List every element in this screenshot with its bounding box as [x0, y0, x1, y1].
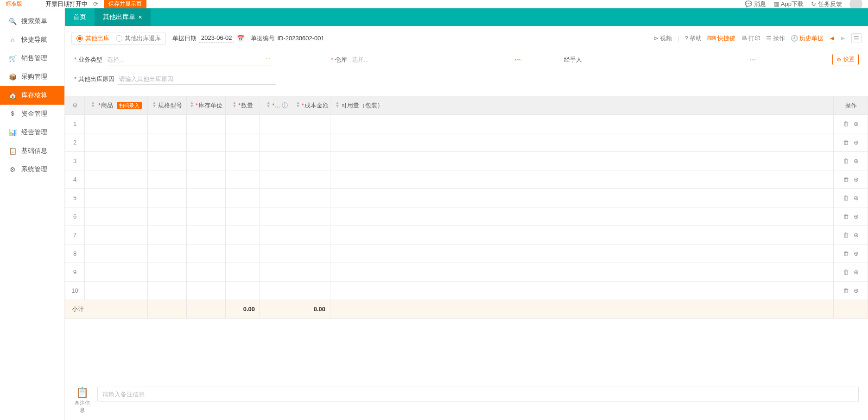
cell-unit[interactable]	[187, 170, 226, 189]
cell-cost[interactable]	[294, 170, 330, 189]
add-row-button[interactable]: ⊕	[854, 232, 859, 238]
delete-row-button[interactable]: 🗑	[843, 213, 849, 220]
cell-qty[interactable]	[226, 263, 260, 282]
sidebar-item-search[interactable]: 🔍 搜索菜单	[0, 12, 64, 31]
col-product[interactable]: ▲▼ *商品 扫码录入	[85, 96, 148, 115]
cell-ellipsis[interactable]	[260, 152, 294, 170]
tool-operate[interactable]: ☰操作	[766, 34, 785, 43]
tool-help[interactable]: ?帮助	[685, 34, 702, 43]
delete-row-button[interactable]: 🗑	[843, 120, 849, 127]
radio-other-outbound-return[interactable]: 其他出库退库	[116, 34, 161, 43]
tool-shortcut[interactable]: ⌨快捷键	[707, 34, 735, 43]
cell-product[interactable]	[85, 263, 148, 282]
delete-row-button[interactable]: 🗑	[843, 176, 849, 183]
radio-other-outbound[interactable]: 其他出库	[76, 34, 109, 43]
cell-cost[interactable]	[294, 282, 330, 300]
table-row[interactable]: 7🗑⊕	[65, 226, 868, 244]
remarks-input[interactable]	[97, 387, 859, 402]
cell-spec[interactable]	[148, 170, 187, 189]
cell-cost[interactable]	[294, 189, 330, 207]
add-row-button[interactable]: ⊕	[854, 176, 859, 183]
cell-ellipsis[interactable]	[260, 170, 294, 189]
cell-unit[interactable]	[187, 263, 226, 282]
calendar-icon[interactable]: 📅	[237, 35, 244, 42]
cycle-icon[interactable]: ⟳	[93, 0, 98, 7]
top-msg[interactable]: 💬消息	[745, 0, 766, 8]
table-row[interactable]: 8🗑⊕	[65, 244, 868, 263]
cell-unit[interactable]	[187, 152, 226, 170]
cell-spec[interactable]	[148, 263, 187, 282]
cell-avail[interactable]	[330, 133, 834, 152]
cell-cost[interactable]	[294, 152, 330, 170]
tool-print[interactable]: 🖶打印	[741, 34, 760, 43]
cell-ellipsis[interactable]	[260, 226, 294, 244]
col-ellipsis[interactable]: ▲▼*... ⓘ	[260, 96, 294, 115]
cell-spec[interactable]	[148, 207, 187, 226]
cell-cost[interactable]	[294, 115, 330, 133]
cell-avail[interactable]	[330, 152, 834, 170]
cell-product[interactable]	[85, 170, 148, 189]
cell-qty[interactable]	[226, 170, 260, 189]
cell-ellipsis[interactable]	[260, 207, 294, 226]
cell-qty[interactable]	[226, 133, 260, 152]
cell-unit[interactable]	[187, 244, 226, 263]
table-row[interactable]: 3🗑⊕	[65, 152, 868, 170]
cell-ellipsis[interactable]	[260, 115, 294, 133]
cell-ellipsis[interactable]	[260, 263, 294, 282]
table-row[interactable]: 9🗑⊕	[65, 263, 868, 282]
col-qty[interactable]: ▲▼*数量	[226, 96, 260, 115]
cell-cost[interactable]	[294, 133, 330, 152]
table-row[interactable]: 2🗑⊕	[65, 133, 868, 152]
cell-cost[interactable]	[294, 263, 330, 282]
sidebar-item-purchase[interactable]: 📦 采购管理	[0, 68, 64, 86]
cell-product[interactable]	[85, 115, 148, 133]
cell-spec[interactable]	[148, 282, 187, 300]
cell-avail[interactable]	[330, 226, 834, 244]
tool-history[interactable]: 🕘历史单据	[791, 34, 824, 43]
delete-row-button[interactable]: 🗑	[843, 232, 849, 238]
top-app-download[interactable]: ▦App下载	[773, 0, 804, 8]
cell-avail[interactable]	[330, 189, 834, 207]
reason-input[interactable]	[118, 74, 276, 85]
cell-unit[interactable]	[187, 189, 226, 207]
cell-spec[interactable]	[148, 152, 187, 170]
tab-other-outbound[interactable]: 其他出库单 ✕	[95, 8, 151, 26]
cell-qty[interactable]	[226, 244, 260, 263]
table-row[interactable]: 1🗑⊕	[65, 115, 868, 133]
col-cost[interactable]: ▲▼*成本金额	[294, 96, 330, 115]
delete-row-button[interactable]: 🗑	[843, 194, 849, 201]
cell-qty[interactable]	[226, 189, 260, 207]
table-row[interactable]: 4🗑⊕	[65, 170, 868, 189]
doc-date-value[interactable]: 2023-06-02	[199, 34, 234, 43]
cell-ellipsis[interactable]	[260, 189, 294, 207]
cell-avail[interactable]	[330, 244, 834, 263]
handler-input[interactable]	[586, 54, 743, 65]
cell-spec[interactable]	[148, 226, 187, 244]
add-row-button[interactable]: ⊕	[854, 269, 859, 276]
cell-cost[interactable]	[294, 244, 330, 263]
tool-video[interactable]: ⊳视频	[653, 34, 672, 43]
cell-ellipsis[interactable]	[260, 133, 294, 152]
delete-row-button[interactable]: 🗑	[843, 250, 849, 257]
cell-unit[interactable]	[187, 282, 226, 300]
cell-qty[interactable]	[226, 282, 260, 300]
cell-unit[interactable]	[187, 133, 226, 152]
delete-row-button[interactable]: 🗑	[843, 139, 849, 146]
cell-qty[interactable]	[226, 226, 260, 244]
cell-ellipsis[interactable]	[260, 282, 294, 300]
table-row[interactable]: 5🗑⊕	[65, 189, 868, 207]
scan-entry-tag[interactable]: 扫码录入	[117, 102, 142, 109]
cell-spec[interactable]	[148, 133, 187, 152]
history-prev-button[interactable]: ◀	[829, 35, 835, 41]
sidebar-item-system[interactable]: ⚙ 系统管理	[0, 160, 64, 179]
delete-row-button[interactable]: 🗑	[843, 287, 849, 294]
table-row[interactable]: 10🗑⊕	[65, 282, 868, 300]
sidebar-item-basicinfo[interactable]: 📋 基础信息	[0, 142, 64, 160]
handler-lookup-button[interactable]: ⋯	[747, 56, 757, 63]
sidebar-item-quicknav[interactable]: ⌂ 快捷导航	[0, 31, 64, 49]
col-unit[interactable]: ▲▼*库存单位	[187, 96, 226, 115]
cell-unit[interactable]	[187, 115, 226, 133]
add-row-button[interactable]: ⊕	[854, 194, 859, 201]
layout-toggle-button[interactable]: ☰	[851, 33, 862, 43]
sidebar-item-sales[interactable]: 🛒 销售管理	[0, 49, 64, 68]
